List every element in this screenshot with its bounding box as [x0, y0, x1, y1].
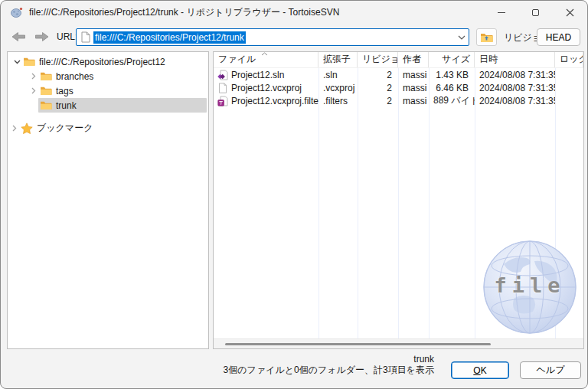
document-icon — [217, 83, 228, 93]
column-header-size[interactable]: サイズ — [429, 52, 475, 67]
file-revision: 2 — [358, 70, 398, 80]
file-list-panel: ファイル 拡張子 リビジョン 作者 サイズ 日時 ロック Project12.s… — [213, 51, 584, 349]
file-ext: .sln — [318, 70, 358, 80]
forward-arrow-icon — [34, 31, 49, 42]
close-icon — [566, 8, 574, 17]
folder-icon — [23, 57, 35, 67]
column-header-revision[interactable]: リビジョン — [358, 52, 398, 67]
horizontal-scrollbar[interactable] — [214, 338, 583, 348]
tree-item-branches[interactable]: branches — [8, 69, 208, 83]
file-date: 2024/08/08 7:31:35 — [475, 83, 555, 93]
caption-buttons — [484, 1, 587, 24]
tree-item-label: file:///C:/Repositories/Project12 — [39, 57, 168, 67]
selected-folder-label: trunk — [196, 354, 434, 364]
back-arrow-icon — [11, 31, 26, 42]
chevron-down-icon[interactable] — [12, 60, 21, 64]
bookmark-star-icon — [21, 123, 33, 134]
maximize-icon — [532, 9, 539, 16]
folder-up-icon — [480, 32, 493, 43]
tree-item-label: tags — [56, 86, 77, 96]
file-author: massi — [398, 83, 429, 93]
file-protocol-watermark: file — [481, 238, 579, 336]
file-date: 2024/08/08 7:31:35 — [475, 70, 555, 80]
titlebar[interactable]: file:///C:/Repositories/Project12/trunk … — [1, 1, 587, 24]
tree-item-bookmarks[interactable]: ブックマーク — [8, 121, 208, 136]
ok-button[interactable]: OK — [451, 361, 509, 379]
column-header-author[interactable]: 作者 — [398, 52, 429, 67]
file-ext: .filters — [318, 96, 358, 106]
url-input-value[interactable]: file:///C:/Repositories/Project12/trunk — [93, 31, 246, 44]
horizontal-scrollbar-thumb[interactable] — [225, 343, 491, 345]
folder-icon — [40, 86, 52, 96]
toolbar: URL: file:///C:/Repositories/Project12/t… — [1, 25, 587, 49]
chevron-down-icon[interactable] — [458, 35, 466, 40]
minimize-button[interactable] — [484, 1, 518, 24]
document-icon — [81, 31, 90, 43]
chevron-right-icon[interactable] — [29, 73, 38, 80]
file-name: Project12.vcxproj — [231, 83, 302, 93]
sort-ascending-icon — [261, 52, 268, 56]
go-up-folder-button[interactable] — [476, 28, 497, 46]
tree-spacer — [8, 113, 208, 121]
tree-item-repository-root[interactable]: file:///C:/Repositories/Project12 — [8, 54, 208, 69]
status-block: trunk 3個のファイルと0個のフォルダー、計3項目を表示 — [196, 354, 434, 375]
repository-browser-window: file:///C:/Repositories/Project12/trunk … — [0, 0, 588, 389]
watermark-label: file — [494, 273, 565, 297]
file-ext: .vcxproj — [318, 83, 358, 93]
tree-selection-highlight: trunk — [38, 98, 207, 113]
file-revision: 2 — [358, 83, 398, 93]
tree-item-trunk-selected[interactable]: trunk — [8, 98, 208, 113]
folder-icon — [40, 100, 52, 110]
url-label: URL: — [57, 31, 77, 42]
window-title: file:///C:/Repositories/Project12/trunk … — [29, 6, 339, 19]
tortoisesvn-app-icon — [10, 7, 23, 18]
repository-tree: file:///C:/Repositories/Project12 branch… — [7, 51, 209, 349]
folder-icon — [40, 71, 52, 81]
filters-file-icon — [217, 96, 228, 106]
revision-head-button[interactable]: HEAD — [537, 28, 580, 46]
close-button[interactable] — [553, 1, 587, 24]
chevron-right-icon[interactable] — [10, 125, 19, 132]
column-gridline — [318, 68, 319, 338]
tree-item-label: branches — [56, 71, 96, 82]
file-name: Project12.sln — [231, 70, 284, 80]
file-size: 6.46 KB — [429, 83, 475, 93]
tree-item-label: ブックマーク — [37, 122, 96, 135]
back-button[interactable] — [9, 28, 28, 45]
column-header-date[interactable]: 日時 — [475, 52, 555, 67]
visual-studio-solution-icon — [217, 70, 228, 80]
tree-item-tags[interactable]: tags — [8, 83, 208, 98]
forward-button[interactable] — [32, 28, 51, 45]
column-header-lock[interactable]: ロック — [555, 52, 583, 67]
tree-item-label: trunk — [56, 100, 80, 111]
item-count-status: 3個のファイルと0個のフォルダー、計3項目を表示 — [196, 364, 434, 375]
column-header-extension[interactable]: 拡張子 — [318, 52, 358, 67]
list-header: ファイル 拡張子 リビジョン 作者 サイズ 日時 ロック — [214, 52, 583, 68]
file-date: 2024/08/08 7:31:35 — [475, 96, 555, 106]
column-gridline — [398, 68, 399, 338]
column-gridline — [358, 68, 358, 338]
maximize-button[interactable] — [518, 1, 553, 24]
help-button[interactable]: ヘルプ — [520, 361, 581, 379]
column-gridline — [429, 68, 430, 338]
file-name: Project12.vcxproj.filters — [231, 96, 318, 106]
file-author: massi — [398, 70, 429, 80]
file-author: massi — [398, 96, 429, 106]
file-revision: 2 — [358, 96, 398, 106]
column-gridline — [475, 68, 475, 338]
url-combobox[interactable]: file:///C:/Repositories/Project12/trunk — [76, 28, 469, 46]
minimize-icon — [498, 12, 505, 13]
file-size: 889 バイト — [429, 94, 475, 107]
file-size: 1.43 KB — [429, 70, 475, 80]
chevron-right-icon[interactable] — [29, 87, 38, 94]
